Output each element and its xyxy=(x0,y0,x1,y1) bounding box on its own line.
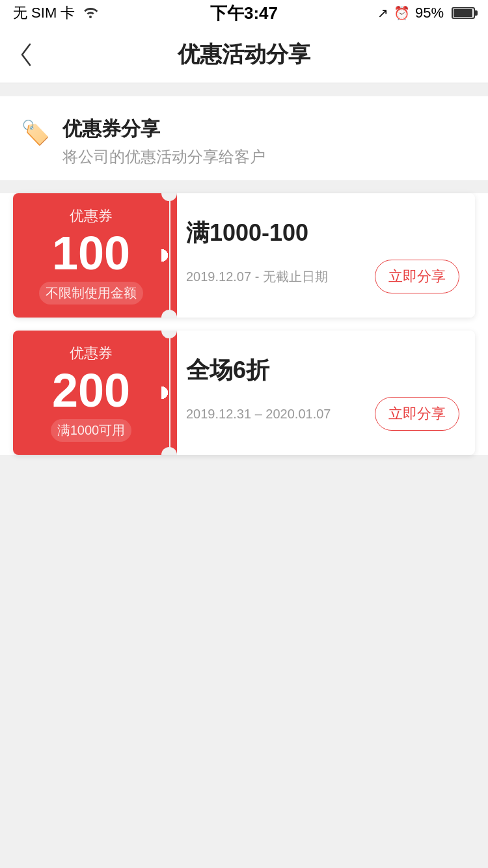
coupon-condition: 满1000可用 xyxy=(51,419,132,442)
coupons-container: 优惠券 100 不限制使用金额 满1000-100 2019.12.07 - 无… xyxy=(0,193,488,455)
location-icon: ↗ xyxy=(377,5,388,21)
coupon-left: 优惠券 200 满1000可用 xyxy=(13,331,169,455)
coupon-item: 优惠券 100 不限制使用金额 满1000-100 2019.12.07 - 无… xyxy=(13,193,475,318)
status-time: 下午3:47 xyxy=(210,2,278,25)
coupon-meta: 2019.12.31 – 2020.01.07 立即分享 xyxy=(186,397,459,431)
coupon-amount: 100 xyxy=(52,230,130,277)
status-left: 无 SIM 卡 xyxy=(13,3,100,23)
carrier-text: 无 SIM 卡 xyxy=(13,3,75,23)
wifi-icon xyxy=(81,4,100,22)
status-right: ↗ ⏰ 95% xyxy=(377,5,475,21)
nav-bar: 优惠活动分享 xyxy=(0,26,488,83)
coupon-right: 全场6折 2019.12.31 – 2020.01.07 立即分享 xyxy=(170,331,475,455)
coupon-left: 优惠券 100 不限制使用金额 xyxy=(13,193,169,318)
coupon-condition: 不限制使用金额 xyxy=(39,282,143,305)
coupon-label: 优惠券 xyxy=(70,344,113,363)
section-title: 优惠券分享 xyxy=(62,116,265,142)
share-button[interactable]: 立即分享 xyxy=(375,260,459,293)
coupon-divider xyxy=(169,331,170,455)
share-button[interactable]: 立即分享 xyxy=(375,397,459,431)
back-button[interactable] xyxy=(18,42,34,68)
status-bar: 无 SIM 卡 下午3:47 ↗ ⏰ 95% xyxy=(0,0,488,26)
alarm-icon: ⏰ xyxy=(394,5,410,21)
coupon-right: 满1000-100 2019.12.07 - 无截止日期 立即分享 xyxy=(170,193,475,318)
coupon-date: 2019.12.07 - 无截止日期 xyxy=(186,267,368,286)
coupon-label: 优惠券 xyxy=(70,206,113,226)
battery-percentage: 95% xyxy=(415,5,444,21)
coupon-name: 全场6折 xyxy=(186,355,459,387)
coupon-name: 满1000-100 xyxy=(186,217,459,249)
coupon-date: 2019.12.31 – 2020.01.07 xyxy=(186,405,368,423)
coupon-amount: 200 xyxy=(52,367,130,414)
section-text: 优惠券分享 将公司的优惠活动分享给客户 xyxy=(62,116,265,167)
page-title: 优惠活动分享 xyxy=(178,40,310,70)
coupon-meta: 2019.12.07 - 无截止日期 立即分享 xyxy=(186,260,459,293)
coupon-item: 优惠券 200 满1000可用 全场6折 2019.12.31 – 2020.0… xyxy=(13,331,475,455)
coupon-icon: 🏷️ xyxy=(18,116,52,150)
section-desc: 将公司的优惠活动分享给客户 xyxy=(62,146,265,167)
page-background xyxy=(0,468,488,793)
battery-icon xyxy=(452,7,475,19)
coupon-divider xyxy=(169,193,170,318)
section-header: 🏷️ 优惠券分享 将公司的优惠活动分享给客户 xyxy=(0,96,488,180)
